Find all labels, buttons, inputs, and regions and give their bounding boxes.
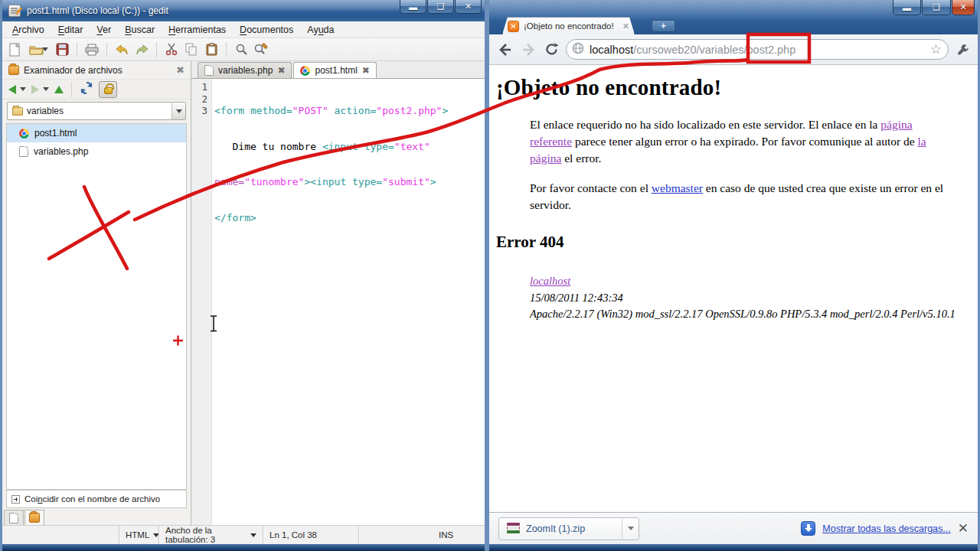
error-paragraph-2: Por favor contacte con el webmaster en c… <box>530 180 952 214</box>
bookmark-star-icon[interactable]: ☆ <box>930 43 942 56</box>
new-tab-button[interactable]: + <box>652 20 675 32</box>
minimize-button[interactable]: ▬ <box>400 0 426 14</box>
close-button[interactable]: ✕ <box>455 0 482 14</box>
code-token: <form method= <box>214 105 292 116</box>
tab-variables-php[interactable]: variables.php ✖ <box>198 62 292 78</box>
find-replace-icon[interactable] <box>253 42 269 57</box>
server-footer: localhost 15/08/2011 12:43:34 Apache/2.2… <box>530 273 978 323</box>
globe-icon <box>572 42 584 57</box>
webmaster-link[interactable]: webmaster <box>652 181 703 194</box>
menu-editar[interactable]: Editar <box>51 22 90 37</box>
match-filename-toggle[interactable]: Coincidir con el nombre de archivo <box>6 490 187 508</box>
tab-width-combo[interactable]: Ancho de la tabulación: 3 <box>158 526 263 544</box>
gedit-window-title: post1.html (Disco local (C:)) - gedit <box>27 5 168 16</box>
close-tab-icon[interactable]: ✖ <box>277 65 285 76</box>
downloads-icon <box>801 521 815 536</box>
save-icon[interactable] <box>54 42 70 57</box>
code-token: "post2.php" <box>376 105 442 116</box>
show-all-downloads-link[interactable]: Mostrar todas las descargas... <box>822 523 950 534</box>
forward-icon[interactable] <box>31 85 39 94</box>
toolbar-separator <box>156 42 157 57</box>
file-browser-panel-tab[interactable] <box>24 510 44 525</box>
side-panel-title: Examinador de archivos <box>24 65 172 76</box>
print-icon[interactable] <box>84 42 100 57</box>
forward-icon[interactable] <box>520 41 537 58</box>
up-icon[interactable] <box>54 86 64 93</box>
cut-icon[interactable] <box>164 42 179 57</box>
tab-label: variables.php <box>218 65 273 76</box>
code-token: action= <box>328 105 377 116</box>
location-dropdown-button[interactable] <box>172 102 186 120</box>
code-line: Dime tu nombre <input type="text" <box>214 141 485 153</box>
menu-documentos[interactable]: Documentos <box>233 22 300 37</box>
code-token: "POST" <box>292 105 328 116</box>
chrome-titlebar[interactable]: ▬ ❑ ✕ ✕ ¡Objeto no encontrado! ✕ + <box>489 0 978 34</box>
download-item-button[interactable]: ZoomIt (1).zip <box>498 517 639 540</box>
gedit-titlebar[interactable]: post1.html (Disco local (C:)) - gedit ▬ … <box>2 0 485 21</box>
chevron-down-icon <box>176 109 182 113</box>
open-dropdown-icon[interactable] <box>42 47 48 51</box>
address-bar[interactable]: localhost/cursoweb20/variables/post2.php… <box>566 39 949 60</box>
url-text[interactable]: localhost/cursoweb20/variables/post2.php <box>590 44 925 56</box>
bookmark-lock-button[interactable] <box>99 81 117 98</box>
menu-ver[interactable]: Ver <box>90 22 118 37</box>
toolbar-separator <box>77 42 77 57</box>
forward-dropdown-icon[interactable] <box>43 87 49 91</box>
xampp-favicon: ✕ <box>508 21 519 32</box>
code-token: Dime tu nombre <box>214 141 322 152</box>
tab-title: ¡Objeto no encontrado! <box>524 21 618 31</box>
back-icon[interactable] <box>497 41 514 58</box>
open-icon[interactable] <box>27 42 50 57</box>
copy-icon[interactable] <box>184 42 199 57</box>
minimize-button[interactable]: ▬ <box>893 0 921 15</box>
new-document-icon[interactable] <box>7 42 22 57</box>
undo-icon[interactable] <box>114 42 129 57</box>
localhost-link[interactable]: localhost <box>530 275 570 287</box>
menu-ayuda[interactable]: Ayuda <box>300 22 341 37</box>
expander-plus-icon[interactable] <box>11 495 20 504</box>
location-combobox[interactable]: variables <box>7 102 172 120</box>
paste-icon[interactable] <box>204 42 219 57</box>
refresh-icon[interactable] <box>80 81 93 97</box>
close-tab-icon[interactable]: ✖ <box>362 65 370 76</box>
html-file-icon <box>300 66 310 76</box>
location-value: variables <box>27 106 64 116</box>
url-path: /cursoweb20/variables/ <box>633 44 746 56</box>
download-item-menu[interactable] <box>622 517 639 540</box>
menu-herramientas[interactable]: Herramientas <box>162 22 233 37</box>
wrench-menu-icon[interactable] <box>955 41 972 58</box>
code-token: name= <box>214 176 244 187</box>
line-number: 2 <box>191 93 207 106</box>
code-line: name="tunombre"><input type="submit"> <box>214 176 485 188</box>
menu-buscar[interactable]: Buscar <box>118 22 162 37</box>
chrome-window: ▬ ❑ ✕ ✕ ¡Objeto no encontrado! ✕ + local… <box>487 0 980 551</box>
back-dropdown-icon[interactable] <box>20 87 26 91</box>
close-panel-icon[interactable]: ✖ <box>176 65 185 75</box>
tab-post1-html[interactable]: post1.html ✖ <box>293 62 376 78</box>
gedit-statusbar: HTML Ancho de la tabulación: 3 Ln 1, Col… <box>2 525 485 544</box>
maximize-button[interactable]: ❑ <box>427 0 454 14</box>
close-download-bar-icon[interactable]: ✕ <box>958 522 969 535</box>
file-row-post1[interactable]: post1.html <box>7 124 186 142</box>
code-token: > <box>442 105 448 116</box>
maximize-button[interactable]: ❑ <box>922 0 951 15</box>
download-bar: ZoomIt (1).zip Mostrar todas las descarg… <box>489 512 978 544</box>
language-combo[interactable]: HTML <box>119 526 158 544</box>
redo-icon[interactable] <box>134 42 149 57</box>
refresh-icon[interactable] <box>543 41 560 58</box>
code-text[interactable]: <form method="POST" action="post2.php"> … <box>212 79 485 525</box>
file-row-variables[interactable]: variables.php <box>7 142 186 161</box>
code-token: "submit" <box>382 176 430 187</box>
back-icon[interactable] <box>8 85 16 94</box>
editor-tabbar: variables.php ✖ post1.html ✖ <box>191 61 485 78</box>
screen: post1.html (Disco local (C:)) - gedit ▬ … <box>0 0 980 551</box>
browser-tab[interactable]: ✕ ¡Objeto no encontrado! ✕ <box>502 17 635 34</box>
close-tab-icon[interactable]: ✕ <box>622 21 629 31</box>
find-icon[interactable] <box>234 42 249 57</box>
menu-archivo[interactable]: Archivo <box>5 22 51 37</box>
code-area[interactable]: 1 2 3 <form method="POST" action="post2.… <box>191 78 485 525</box>
close-button[interactable]: ✕ <box>952 0 975 15</box>
side-panel-mini-tabs <box>2 508 191 525</box>
documents-panel-tab[interactable] <box>4 510 24 525</box>
error-page: ¡Objeto no encontrado! El enlace requeri… <box>489 65 978 512</box>
